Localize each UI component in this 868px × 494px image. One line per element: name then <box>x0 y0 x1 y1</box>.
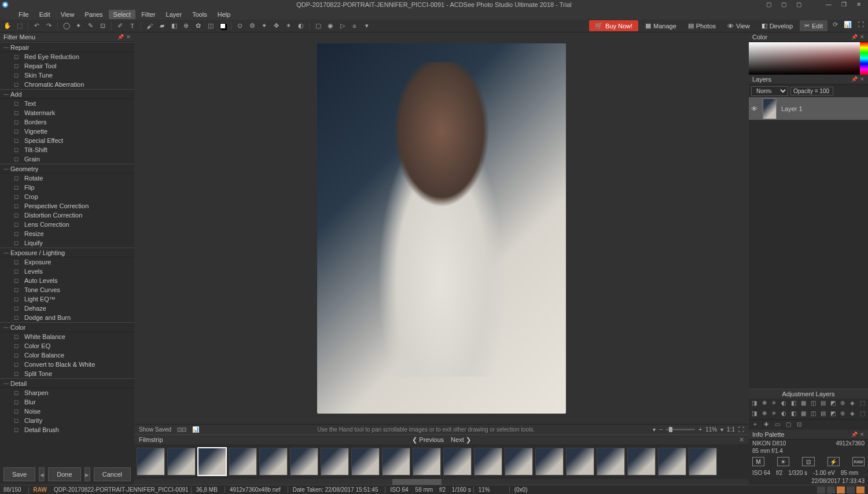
filter-item[interactable]: ◻Light EQ™ <box>0 294 134 304</box>
target-icon[interactable]: ⊙ <box>235 21 245 31</box>
clone-icon[interactable]: ✿ <box>193 21 203 31</box>
thumbnail[interactable] <box>689 448 717 475</box>
compare-icon[interactable]: ⊡⊡ <box>177 426 186 433</box>
hue-slider[interactable] <box>860 42 868 75</box>
layer-action-icon[interactable]: ✚ <box>762 421 770 429</box>
filter-item[interactable]: ◻Distortion Correction <box>0 211 134 220</box>
full-icon[interactable]: ⛶ <box>738 426 744 433</box>
pin-icon[interactable]: 📌 <box>851 76 858 82</box>
record-icon[interactable]: ▢ <box>313 21 323 31</box>
adjustment-icon[interactable]: ❋ <box>761 400 768 408</box>
filter-item[interactable]: ◻Blur <box>0 397 134 407</box>
thumbnail[interactable] <box>566 448 594 475</box>
thumbnail[interactable] <box>382 448 410 475</box>
filter-item[interactable]: ◻Convert to Black & White <box>0 360 134 369</box>
filter-item[interactable]: ◻Dehaze <box>0 304 134 313</box>
maximize-icon[interactable]: ❐ <box>838 1 849 8</box>
filter-group-header[interactable]: Detail <box>0 378 134 388</box>
filter-item[interactable]: ◻Lens Correction <box>0 220 134 229</box>
thumbnail[interactable] <box>259 448 288 475</box>
adjustment-icon[interactable]: ◈ <box>849 400 856 408</box>
mode-edit[interactable]: ✂Edit <box>800 20 827 31</box>
layer-action-icon[interactable]: ⊡ <box>795 421 803 429</box>
thumbnail[interactable] <box>351 448 380 475</box>
filter-item[interactable]: ◻White Balance <box>0 332 134 341</box>
filter-item[interactable]: ◻Exposure <box>0 257 134 267</box>
filter-item[interactable]: ◻Perspective Correction <box>0 201 134 211</box>
close-icon[interactable]: ✕ <box>860 76 865 82</box>
pin-icon[interactable]: 📌 <box>851 432 858 437</box>
zoom-in-icon[interactable]: + <box>698 426 702 433</box>
filmstrip-prev[interactable]: ❮ Previous <box>412 436 444 444</box>
filter-group-header[interactable]: Add <box>0 89 134 99</box>
filter-item[interactable]: ◻Vignette <box>0 127 134 136</box>
layout-icon[interactable]: ▢ <box>778 1 789 8</box>
close-icon[interactable]: ✕ <box>739 436 744 444</box>
visibility-icon[interactable]: 👁 <box>751 105 758 112</box>
done-button[interactable]: Done <box>48 467 80 481</box>
filter-item[interactable]: ◻Special Effect <box>0 136 134 145</box>
star-icon[interactable]: ✦ <box>259 21 269 31</box>
filter-item[interactable]: ◻Dodge and Burn <box>0 313 134 322</box>
status-icon[interactable] <box>827 486 835 493</box>
adjustment-icon[interactable]: ⊕ <box>839 410 846 418</box>
zoom-out-icon[interactable]: − <box>659 426 663 433</box>
adjustment-icon[interactable]: ☀ <box>771 400 778 408</box>
histogram-icon[interactable]: 📊 <box>192 426 199 433</box>
text-icon[interactable]: T <box>127 21 137 31</box>
menu-file[interactable]: File <box>14 10 34 19</box>
thumbnail[interactable] <box>229 448 257 475</box>
status-icon[interactable] <box>817 486 825 493</box>
close-icon[interactable]: ✕ <box>126 34 131 40</box>
status-icon[interactable] <box>847 486 855 493</box>
thumbnail[interactable] <box>137 448 165 475</box>
adjustment-icon[interactable]: ⬚ <box>859 410 866 418</box>
adjustment-icon[interactable]: ▦ <box>800 410 807 418</box>
crop-icon[interactable]: ⊡ <box>98 21 108 31</box>
pin-icon[interactable]: 📌 <box>117 34 124 40</box>
adjustment-icon[interactable]: ◈ <box>849 410 856 418</box>
filter-item[interactable]: ◻Color EQ <box>0 341 134 351</box>
gradient-icon[interactable]: ◧ <box>169 21 179 31</box>
lasso-icon[interactable]: ◯ <box>61 21 71 31</box>
adjustment-icon[interactable]: ▦ <box>800 400 807 408</box>
thumbnail[interactable] <box>290 448 318 475</box>
layer-action-icon[interactable]: ▢ <box>784 421 792 429</box>
adjustment-icon[interactable]: ◐ <box>781 410 788 418</box>
filmstrip-next[interactable]: Next ❯ <box>451 436 471 444</box>
close-icon[interactable]: ✕ <box>853 1 865 8</box>
filter-item[interactable]: ◻Repair Tool <box>0 61 134 71</box>
status-icon[interactable] <box>837 486 845 493</box>
filter-group-header[interactable]: Exposure / Lighting <box>0 248 134 257</box>
fit-icon[interactable]: ▾ <box>720 426 723 433</box>
hand-tool-icon[interactable]: ✋ <box>2 21 12 31</box>
brush-icon[interactable]: 🖌 <box>145 21 155 31</box>
mode-develop[interactable]: ◧Develop <box>757 20 797 31</box>
dropdown-icon[interactable]: ▾ <box>653 426 656 433</box>
show-saved-toggle[interactable]: Show Saved <box>139 426 171 433</box>
filter-item[interactable]: ◻Borders <box>0 117 134 127</box>
filter-item[interactable]: ◻Noise <box>0 407 134 416</box>
gear-icon[interactable]: ⚙ <box>247 21 257 31</box>
filter-group-header[interactable]: Geometry <box>0 164 134 174</box>
filter-item[interactable]: ◻Chromatic Aberration <box>0 80 134 89</box>
filmstrip[interactable] <box>134 444 749 479</box>
cancel-button[interactable]: Cancel <box>94 467 131 481</box>
menu-panes[interactable]: Panes <box>80 10 107 19</box>
adjustment-icon[interactable]: ◫ <box>810 400 817 408</box>
select-tool-icon[interactable]: ⬚ <box>14 21 24 31</box>
filter-item[interactable]: ◻Clarity <box>0 416 134 425</box>
swatch-icon[interactable] <box>218 21 227 31</box>
close-icon[interactable]: ✕ <box>860 34 865 40</box>
filter-item[interactable]: ◻Tilt-Shift <box>0 145 134 154</box>
status-icon[interactable] <box>856 486 865 493</box>
zoom-slider[interactable] <box>666 429 695 430</box>
thumbnail[interactable] <box>413 448 441 475</box>
thumbnail[interactable] <box>198 448 226 475</box>
filter-item[interactable]: ◻Liquify <box>0 238 134 248</box>
color-picker[interactable] <box>749 42 868 75</box>
filter-item[interactable]: ◻Sharpen <box>0 388 134 397</box>
menu-edit[interactable]: Edit <box>35 10 55 19</box>
actual-size-icon[interactable]: 1:1 <box>727 426 735 433</box>
dropdown-icon[interactable]: ▾ <box>362 21 372 31</box>
